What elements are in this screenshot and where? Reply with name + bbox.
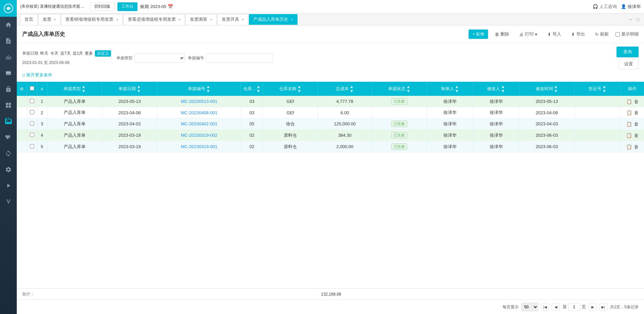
date-link-custom[interactable]: 自定义 xyxy=(95,50,111,57)
bill-type-select[interactable] xyxy=(135,53,185,63)
calendar-icon[interactable]: 📅 xyxy=(168,4,173,9)
th-total-cost[interactable]: 总成本▲▼ xyxy=(318,82,372,96)
sidebar-item-analytics[interactable] xyxy=(0,49,17,65)
th-modify-time[interactable]: 修改时间▲▼ xyxy=(519,82,574,96)
export-button[interactable]: ⬆ 导出 xyxy=(568,29,588,39)
setting-button[interactable]: 设置 xyxy=(619,59,639,69)
th-operation: 操作 xyxy=(621,82,644,96)
row-checkbox[interactable] xyxy=(30,133,34,137)
td-modifier: 徐泽华 xyxy=(473,141,519,152)
show-details-checkbox[interactable] xyxy=(615,32,620,37)
td-warehouse-code: 02 xyxy=(241,130,263,141)
refresh-button[interactable]: ↻ 刷新 xyxy=(592,29,612,39)
tab-sales-invoice[interactable]: 查看销项增值税专用发票 × xyxy=(61,14,122,25)
th-creator[interactable]: 制单人▲▼ xyxy=(427,82,473,96)
sidebar-item-refresh[interactable] xyxy=(0,145,17,162)
tabbar: 首页 发票 × 查看销项增值税专用发票 × 查看进项增值税专用发票 × 发票测算… xyxy=(17,13,644,25)
next-page-button[interactable]: ▶ xyxy=(589,303,597,311)
window-maximize[interactable]: □ xyxy=(635,17,641,22)
row-edit-button[interactable]: 📋 xyxy=(626,121,632,127)
sidebar-item-play[interactable] xyxy=(0,178,17,194)
row-checkbox[interactable] xyxy=(30,121,34,126)
select-all-checkbox[interactable] xyxy=(30,86,34,90)
tab-sales-invoice-close[interactable]: × xyxy=(116,17,118,21)
print-button[interactable]: 🖨 打印 ▾ xyxy=(516,29,541,39)
app-logo[interactable] xyxy=(0,0,17,17)
date-link-yesterday[interactable]: 昨天 xyxy=(40,51,48,56)
th-bill-type[interactable]: 单据类型▲▼ xyxy=(47,82,102,96)
delete-button[interactable]: 🗑 删除 xyxy=(491,29,513,39)
new-button[interactable]: + 新增 xyxy=(469,29,488,39)
th-warehouse-code[interactable]: 仓库...▲▼ xyxy=(241,82,263,96)
row-delete-button[interactable]: 🗑 xyxy=(634,121,639,127)
tab-invoice-close[interactable]: × xyxy=(54,17,56,21)
th-bill-status[interactable]: 单据状态▲▼ xyxy=(372,82,427,96)
sidebar-item-grid[interactable] xyxy=(0,97,17,113)
td-index: 3 xyxy=(37,118,47,130)
prev-page-button[interactable]: ◀ xyxy=(552,303,560,311)
sidebar-item-home[interactable] xyxy=(0,17,17,33)
row-checkbox[interactable] xyxy=(30,99,34,103)
tab-invoice-issue[interactable]: 发票开具 × xyxy=(217,14,248,25)
row-delete-button[interactable]: 🗑 xyxy=(634,133,639,138)
date-link-1month[interactable]: 近1月 xyxy=(73,51,83,56)
row-checkbox[interactable] xyxy=(30,144,34,148)
page-input[interactable] xyxy=(568,303,580,311)
query-button[interactable]: 查询 xyxy=(616,47,639,57)
row-delete-button[interactable]: 🗑 xyxy=(634,110,639,115)
last-page-button[interactable]: ▶| xyxy=(599,303,607,311)
th-warehouse-name[interactable]: 仓库名称▲▼ xyxy=(263,82,318,96)
per-page-select[interactable]: 50 20 100 xyxy=(521,303,538,311)
bill-no-link[interactable]: MC-20230319-001 xyxy=(181,144,217,149)
bill-no-link[interactable]: MC-20230406-001 xyxy=(181,110,217,115)
workbench-button[interactable]: 工作台 xyxy=(117,2,138,11)
sidebar-item-settings[interactable] xyxy=(0,162,17,178)
user-name[interactable]: 👤 徐泽华 xyxy=(621,4,641,10)
sidebar-item-letter-v[interactable]: V xyxy=(0,194,17,210)
show-details-checkbox-label[interactable]: 显示明细 xyxy=(615,31,639,37)
row-edit-button[interactable]: 📋 xyxy=(626,133,632,138)
first-page-button[interactable]: |◀ xyxy=(541,303,549,311)
date-link-today[interactable]: 今天 xyxy=(50,51,58,56)
query-actions: 查询 设置 xyxy=(616,47,639,69)
td-index: 1 xyxy=(37,96,47,107)
tab-invoice-issue-close[interactable]: × xyxy=(242,17,244,21)
tab-home[interactable]: 首页 xyxy=(20,14,38,25)
sidebar-item-document[interactable] xyxy=(0,33,17,49)
user-service[interactable]: 🎧 人工咨询 xyxy=(593,4,617,10)
th-settings[interactable]: ⚙ xyxy=(17,82,27,96)
bill-no-link[interactable]: MC-20230513-001 xyxy=(181,99,217,104)
tab-purchase-invoice-close[interactable]: × xyxy=(178,17,180,21)
tab-product-inbound-history[interactable]: 产成品入库单历史 × xyxy=(249,14,297,25)
tab-invoice-calc-close[interactable]: × xyxy=(210,17,212,21)
date-link-7days[interactable]: 近7天 xyxy=(60,51,71,56)
sidebar-item-inventory[interactable] xyxy=(0,113,17,129)
tab-product-inbound-history-close[interactable]: × xyxy=(291,17,293,21)
row-delete-button[interactable]: 🗑 xyxy=(634,144,639,149)
bill-no-link[interactable]: MC-20230319-002 xyxy=(181,133,217,138)
sidebar-item-lock[interactable] xyxy=(0,81,17,97)
th-bill-no[interactable]: 单据编号▲▼ xyxy=(157,82,241,96)
th-bill-date[interactable]: 单据日期▲▼ xyxy=(102,82,157,96)
import-button[interactable]: ⬇ 导入 xyxy=(544,29,565,39)
row-delete-button[interactable]: 🗑 xyxy=(634,99,639,104)
sidebar-item-handshake[interactable] xyxy=(0,129,17,145)
th-voucher-no[interactable]: 凭证号▲▼ xyxy=(574,82,621,96)
td-bill-status xyxy=(372,107,427,118)
bill-no-link[interactable]: MC-20230402-001 xyxy=(181,121,217,126)
date-link-more[interactable]: 更多 xyxy=(85,51,93,56)
td-bill-no: MC-20230402-001 xyxy=(157,118,241,130)
window-minimize[interactable]: ─ xyxy=(628,17,633,22)
switch-version-button[interactable]: 切到旧版 xyxy=(90,2,115,11)
expand-filter-button[interactable]: ▽ 展开更多条件 xyxy=(22,72,639,78)
row-checkbox[interactable] xyxy=(30,110,34,114)
th-modifier[interactable]: 修改人▲▼ xyxy=(473,82,519,96)
row-edit-button[interactable]: 📋 xyxy=(626,144,632,149)
tab-invoice-calc[interactable]: 发票测算 × xyxy=(185,14,216,25)
bill-no-input[interactable] xyxy=(206,53,273,63)
row-edit-button[interactable]: 📋 xyxy=(626,110,632,115)
row-edit-button[interactable]: 📋 xyxy=(626,99,632,104)
sidebar-item-voucher[interactable] xyxy=(0,65,17,81)
tab-invoice[interactable]: 发票 × xyxy=(38,14,60,25)
tab-purchase-invoice[interactable]: 查看进项增值税专用发票 × xyxy=(123,14,185,25)
